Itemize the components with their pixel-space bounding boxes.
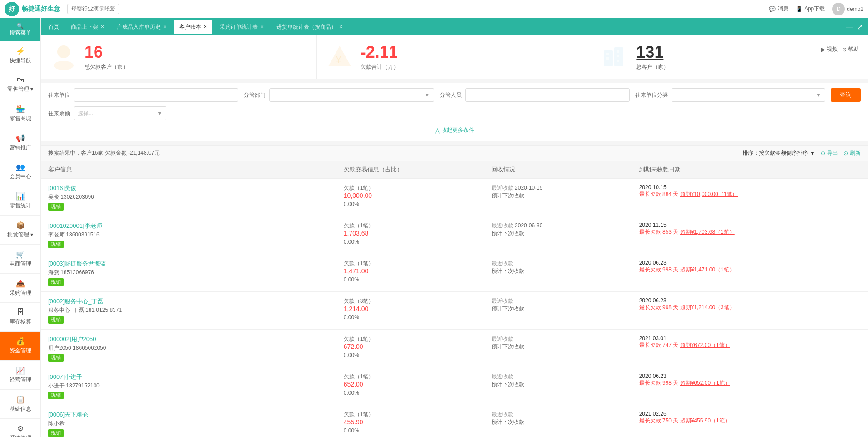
overdue-link[interactable]: 超期¥1,214.00（3笔） — [680, 304, 735, 311]
next-collect: 预计下次收款 — [492, 381, 639, 388]
customer-name-link[interactable]: [000002]用户2050 — [48, 335, 344, 343]
overdue-link[interactable]: 超期¥1,703.68（1笔） — [680, 229, 735, 235]
customer-tag: 现销 — [48, 429, 64, 437]
retail-stats-label: 零售统计 — [10, 202, 31, 209]
video-label: 视频 — [827, 45, 838, 53]
top-bar-right: 💬 消息 📱 App下载 D demo2 — [769, 3, 863, 15]
tab-maximize-icon[interactable]: ⤢ — [857, 23, 863, 31]
tab-customer-account-close[interactable]: × — [204, 24, 207, 30]
tab-import-stats[interactable]: 进货单统计表（按商品） × — [271, 20, 348, 34]
tab-production-history-close[interactable]: × — [163, 24, 166, 30]
overdue-date: 2020.11.15 — [639, 222, 861, 228]
from-unit-input[interactable]: ··· — [74, 88, 238, 102]
last-collect: 最近收款 2020-10-15 — [492, 184, 639, 192]
sidebar-item-purchase[interactable]: 📥 采购管理 — [0, 274, 40, 303]
tab-home[interactable]: 首页 — [43, 20, 65, 34]
last-collect: 最近收款 — [492, 297, 639, 305]
export-btn[interactable]: ⊙ 导出 — [821, 149, 838, 157]
person-input[interactable]: ··· — [465, 88, 630, 102]
customer-name-link[interactable]: [0006]去下粮仓 — [48, 411, 344, 419]
customer-name-link[interactable]: [0001020001]李老师 — [48, 222, 344, 230]
sidebar-item-retail-mall[interactable]: 🏪 零售商城 — [0, 99, 40, 128]
stat-customers-info: 131 总客户（家） — [636, 44, 814, 71]
marketing-icon: 📢 — [0, 134, 40, 142]
stat-customers-actions: ▶ 视频 ⊙ 帮助 — [821, 45, 859, 53]
retail-mgmt-label: 零售管理 ▾ — [7, 86, 33, 92]
dept-chevron-icon: ▼ — [425, 92, 430, 98]
overdue-link[interactable]: 超期¥672.00（1笔） — [680, 342, 730, 348]
help-btn[interactable]: ⊙ 帮助 — [842, 45, 859, 53]
tab-customer-account[interactable]: 客户账本 × — [174, 20, 212, 34]
next-collect: 预计下次收款 — [492, 418, 639, 426]
next-collect: 预计下次收款 — [492, 192, 639, 200]
sidebar-item-ecommerce[interactable]: 🛒 电商管理 — [0, 245, 40, 274]
overdue-days: 最长欠款 998 天 — [639, 304, 679, 311]
customer-name-link[interactable]: [0016]吴俊 — [48, 184, 344, 192]
sidebar-item-member[interactable]: 👥 会员中心 — [0, 157, 40, 186]
stat-debtors-label: 总欠款客户（家） — [85, 63, 307, 71]
tab-production-history[interactable]: 产成品入库单历史 × — [111, 20, 172, 34]
overdue-days-row: 最长欠款 747 天 超期¥672.00（1笔） — [639, 342, 861, 349]
ecommerce-icon: 🛒 — [0, 250, 40, 259]
collapse-btn[interactable]: ⋀ 收起更多条件 — [435, 126, 474, 134]
sort-chevron-icon: ▼ — [810, 150, 815, 156]
company-name[interactable]: 母婴行业演示账套 — [67, 4, 119, 14]
sidebar-item-marketing[interactable]: 📢 营销推广 — [0, 128, 40, 157]
sidebar-item-quick-nav[interactable]: ⚡ 快捷导航 — [0, 41, 40, 70]
tab-purchase-order-close[interactable]: × — [261, 24, 264, 30]
refresh-btn[interactable]: ⊙ 刷新 — [843, 149, 861, 157]
sidebar-item-operations[interactable]: 📈 经营管理 — [0, 361, 40, 390]
debt-cell: 欠款（3笔） 1,214.00 0.00% — [344, 297, 492, 321]
sidebar-item-retail-mgmt[interactable]: 🛍 零售管理 ▾ — [0, 70, 40, 99]
sidebar-item-inventory[interactable]: 🗄 库存核算 — [0, 303, 40, 332]
balance-placeholder: 选择... — [78, 110, 93, 117]
tab-products-off[interactable]: 商品上下架 × — [65, 20, 110, 34]
sidebar-search[interactable]: 🔍 搜索菜单 — [0, 18, 40, 41]
debt-percent: 0.00% — [344, 276, 492, 283]
balance-select[interactable]: 选择... ▼ — [74, 106, 166, 120]
debt-cell: 欠款（1笔） 10,000.00 0.00% — [344, 184, 492, 207]
sidebar-item-retail-stats[interactable]: 📊 零售统计 — [0, 186, 40, 216]
stat-debtors-info: 16 总欠款客户（家） — [85, 44, 307, 71]
svg-point-1 — [54, 61, 74, 70]
filter-unit-type-label: 往来单位分类 — [635, 91, 668, 99]
tab-import-stats-close[interactable]: × — [339, 24, 342, 30]
retail-mall-icon: 🏪 — [0, 105, 40, 113]
overdue-days: 最长欠款 998 天 — [639, 266, 679, 273]
customer-name-link[interactable]: [0003]畅捷服务尹海蓝 — [48, 260, 344, 268]
customer-tag: 现销 — [48, 241, 64, 248]
video-btn[interactable]: ▶ 视频 — [821, 45, 838, 53]
debt-amount: 672.00 — [344, 343, 492, 350]
overdue-link[interactable]: 超期¥10,000.00（1笔） — [680, 191, 738, 197]
tab-purchase-order[interactable]: 采购订单统计表 × — [214, 20, 269, 34]
tab-bar: 首页 商品上下架 × 产成品入库单历史 × 客户账本 × 采购订单统计表 × 进… — [41, 18, 868, 35]
member-icon: 👥 — [0, 163, 40, 171]
sidebar-item-capital[interactable]: 💰 资金管理 — [0, 332, 40, 361]
table-row: [0007]小进干 小进干 18279152100 现销 欠款（1笔） 652.… — [41, 367, 868, 405]
customer-name-link[interactable]: [0002]服务中心_丁磊 — [48, 297, 344, 306]
overdue-link[interactable]: 超期¥1,471.00（1笔） — [680, 266, 735, 273]
sidebar-item-system[interactable]: ⚙ 系统管理 — [0, 419, 40, 437]
customer-name-link[interactable]: [0007]小进干 — [48, 373, 344, 381]
overdue-link[interactable]: 超期¥652.00（1笔） — [680, 380, 730, 386]
message-btn[interactable]: 💬 消息 — [769, 5, 788, 13]
overdue-cell: 2020.06.23 最长欠款 998 天 超期¥652.00（1笔） — [639, 373, 861, 387]
overdue-link[interactable]: 超期¥455.90（1笔） — [680, 417, 730, 424]
app-download-btn[interactable]: 📱 App下载 — [796, 5, 825, 13]
debt-amount: 1,703.68 — [344, 230, 492, 237]
video-icon: ▶ — [821, 46, 825, 53]
tab-products-off-close[interactable]: × — [101, 24, 104, 30]
sidebar-item-basic-info[interactable]: 📋 基础信息 — [0, 390, 40, 419]
stat-debt-label: 欠款合计（万） — [361, 63, 583, 71]
purchase-label: 采购管理 — [10, 290, 31, 296]
search-button[interactable]: 查询 — [831, 88, 861, 102]
dept-select[interactable]: ▼ — [269, 88, 434, 102]
debt-label: 欠款（1笔） — [344, 411, 492, 418]
customer-cell: [0003]畅捷服务尹海蓝 海燕 18513066976 现销 — [48, 260, 344, 286]
sort-select[interactable]: 排序：按欠款金额倒序排序 ▼ — [743, 149, 815, 157]
sidebar-item-batch-mgmt[interactable]: 📦 批发管理 ▾ — [0, 216, 40, 245]
unit-type-select[interactable]: ▼ — [672, 88, 825, 102]
debt-label: 欠款（1笔） — [344, 373, 492, 381]
user-area[interactable]: D demo2 — [832, 3, 863, 15]
tab-minimize-icon[interactable]: — — [846, 23, 853, 31]
